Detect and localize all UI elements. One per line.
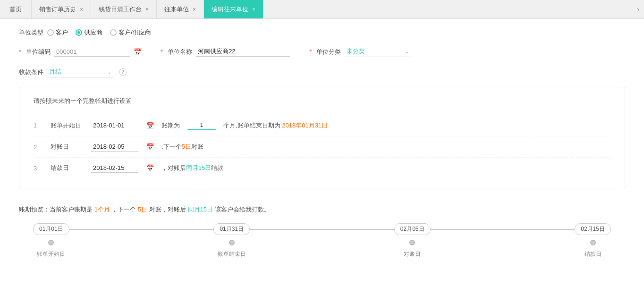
row-2-desc: ,下一个5日对账 [161,143,203,151]
timeline-badge-3: 02月15日 [575,223,611,235]
radio-supplier-label: 供应商 [84,28,102,37]
unit-code-calendar-icon[interactable]: 📅 [134,48,142,56]
row-num-2: 2 [34,144,43,151]
unit-name-label: 单位名称 [168,48,192,56]
unit-category-arrow-icon: ⌄ [405,49,409,54]
timeline-badge-1: 01月31日 [213,223,250,235]
payment-day-highlight: 同月15日 [186,164,211,171]
close-tab-partner[interactable]: × [193,6,196,13]
unit-code-label: 单位编码 [26,48,51,56]
unit-name-required: * [161,48,163,55]
row-num-3: 3 [34,165,43,172]
unit-type-radio-group: 客户 供应商 客户/供应商 [47,28,151,37]
unit-name-input[interactable] [196,47,290,57]
unit-code-field: * 单位编码 📅 [19,47,142,57]
card-row-2: 2 对账日 📅 ,下一个5日对账 [34,136,610,158]
help-icon[interactable]: ? [119,68,127,76]
tab-sales-history[interactable]: 销售订单历史 × [32,0,91,18]
row-label-2: 对账日 [51,143,84,151]
row-1-suffix: 个月,账单结束日期为 2018年01月31日 [223,121,328,130]
main-content: 单位类型 客户 供应商 客户/供应商 * 单位编码 [0,19,644,287]
period-input[interactable] [187,120,216,130]
close-tab-sales-history[interactable]: × [80,6,83,13]
radio-both-label: 客户/供应商 [119,28,151,37]
radio-customer-label: 客户 [56,28,68,37]
start-date-calendar-icon[interactable]: 📅 [146,122,154,129]
radio-supplier-circle [76,29,82,36]
preview-part1: 1个月 [94,206,110,213]
row-label-3: 结款日 [51,164,84,172]
timeline-label-3: 结款日 [585,250,602,258]
payment-term-field: 收款条件 月结 ⌄ ? [19,67,127,77]
unit-category-required: * [309,48,312,55]
unit-type-label: 单位类型 [19,28,43,37]
reconciliation-date-calendar-icon[interactable]: 📅 [146,143,154,151]
unit-category-value: 未分类 [347,47,403,56]
payment-term-dropdown[interactable]: 月结 ⌄ [47,67,113,77]
end-date-highlight: 2018年01月31日 [282,122,328,129]
tab-edit-partner[interactable]: 编辑往来单位 × [204,0,263,18]
timeline-badge-0: 01月01日 [33,223,69,235]
timeline-items: 01月01日 账单开始日 01月31日 账单结束日 02月05日 对账日 02月… [33,223,611,258]
card-hint: 请按照未来的一个完整帐期进行设置 [34,97,610,105]
payment-date-calendar-icon[interactable]: 📅 [146,164,154,172]
row-label-1: 账单开始日 [51,121,84,130]
period-card: 请按照未来的一个完整帐期进行设置 1 账单开始日 📅 账期为 个月,账单结束日期… [19,87,625,188]
preview-section: 账期预览：当前客户账期是 1个月 ，下一个 5日 对账，对账后 同月15日 该客… [19,198,625,219]
radio-supplier[interactable]: 供应商 [76,28,102,37]
preview-part3: 同月15日 [188,206,213,213]
card-row-1: 1 账单开始日 📅 账期为 个月,账单结束日期为 2018年01月31日 [34,115,610,136]
unit-type-field: 单位类型 客户 供应商 客户/供应商 [19,28,151,37]
tab-overflow-arrow[interactable]: › [632,5,644,14]
row-num-1: 1 [34,122,43,129]
timeline-label-1: 账单结束日 [218,250,246,258]
tab-bar: 首页 销售订单历史 × 钱货日清工作台 × 往来单位 × 编辑往来单位 × › [0,0,644,19]
timeline-dot-2 [409,240,415,245]
tab-home[interactable]: 首页 [0,0,32,18]
radio-customer-circle [47,29,54,36]
payment-term-value: 月结 [49,68,106,76]
radio-both[interactable]: 客户/供应商 [110,28,151,37]
unit-category-dropdown[interactable]: 未分类 ⌄ [345,46,411,57]
timeline-item-0: 01月01日 账单开始日 [33,223,69,258]
preview-middle1: ，下一个 [111,206,136,213]
reconciliation-day-highlight: 5日 [182,143,191,150]
timeline-item-3: 02月15日 结款日 [575,223,611,258]
tab-partner[interactable]: 往来单位 × [157,0,204,18]
radio-both-circle [110,29,117,36]
preview-middle2: 对账，对账后 [149,206,186,213]
unit-category-label: 单位分类 [316,48,341,56]
timeline-container: 01月01日 账单开始日 01月31日 账单结束日 02月05日 对账日 02月… [19,219,625,272]
unit-code-required: * [19,48,21,55]
card-row-3: 3 结款日 📅 ，对账后同月15日结款 [34,158,610,178]
timeline-dot-0 [48,240,54,245]
start-date-input[interactable] [91,121,138,130]
timeline-label-2: 对账日 [404,250,421,258]
timeline-item-1: 01月31日 账单结束日 [213,223,250,258]
timeline-label-0: 账单开始日 [37,250,65,258]
timeline-item-2: 02月05日 对账日 [394,223,431,258]
timeline-dot-1 [229,240,235,245]
preview-part2: 5日 [138,206,147,213]
row-1-prefix: 账期为 [161,121,180,130]
row-3-desc: ，对账后同月15日结款 [161,164,223,172]
unit-code-input[interactable] [54,47,130,57]
unit-type-row: 单位类型 客户 供应商 客户/供应商 [19,28,625,37]
close-tab-cash-work[interactable]: × [145,6,149,13]
unit-name-field: * 单位名称 [161,47,290,57]
unit-category-field: * 单位分类 未分类 ⌄ [309,46,411,57]
close-tab-edit-partner[interactable]: × [252,6,255,13]
payment-term-label: 收款条件 [19,68,43,76]
payment-term-arrow-icon: ⌄ [108,69,111,75]
radio-customer[interactable]: 客户 [47,28,68,37]
payment-date-input[interactable] [91,163,138,173]
timeline-dot-3 [590,240,596,245]
payment-term-row: 收款条件 月结 ⌄ ? [19,67,625,77]
unit-info-row: * 单位编码 📅 * 单位名称 * 单位分类 未分类 ⌄ [19,46,625,57]
preview-label: 账期预览：当前客户账期是 [19,206,93,213]
reconciliation-date-input[interactable] [91,142,138,152]
timeline-badge-2: 02月05日 [394,223,431,235]
preview-suffix: 该客户会给我打款。 [215,206,270,213]
tab-cash-work[interactable]: 钱货日清工作台 × [91,0,157,18]
